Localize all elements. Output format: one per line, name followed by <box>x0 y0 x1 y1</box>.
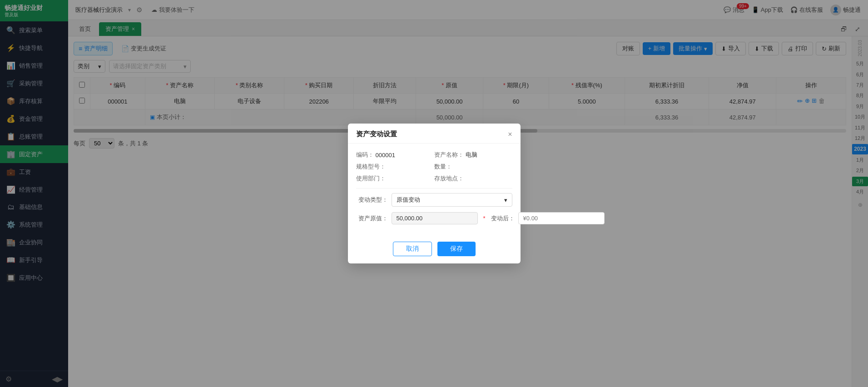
modal-original-value-label: 资产原值： <box>356 214 388 223</box>
modal-quantity-label: 数量： <box>434 163 452 171</box>
modal-spec-label: 规格型号： <box>356 163 386 171</box>
modal-change-type-select[interactable]: 原值变动 ▾ <box>392 193 512 207</box>
modal-info-grid: 编码： 000001 资产名称： 电脑 规格型号： 数量： 使用部门： <box>356 151 512 183</box>
chevron-down-icon: ▾ <box>504 197 507 203</box>
modal-overlay: 资产变动设置 × 编码： 000001 资产名称： 电脑 规格型号： 数量： <box>0 0 868 387</box>
modal-asset-name-label: 资产名称： <box>434 151 464 159</box>
modal-code-value: 000001 <box>376 152 395 159</box>
asset-change-modal: 资产变动设置 × 编码： 000001 资产名称： 电脑 规格型号： 数量： <box>348 124 521 263</box>
modal-save-btn[interactable]: 保存 <box>437 242 476 256</box>
modal-original-value-input[interactable] <box>392 212 478 224</box>
modal-footer: 取消 保存 <box>348 237 521 263</box>
modal-location-item: 存放地点： <box>434 174 512 183</box>
modal-code-label: 编码： <box>356 151 374 159</box>
modal-change-type-label: 变动类型： <box>356 196 388 204</box>
required-mark: * <box>483 215 486 222</box>
modal-close-icon[interactable]: × <box>508 130 512 139</box>
modal-cancel-btn[interactable]: 取消 <box>393 242 432 256</box>
modal-title: 资产变动设置 <box>356 130 397 139</box>
modal-divider <box>356 188 512 189</box>
modal-dept-item: 使用部门： <box>356 174 434 183</box>
modal-body: 编码： 000001 资产名称： 电脑 规格型号： 数量： 使用部门： <box>348 144 521 237</box>
modal-change-type-value: 原值变动 <box>397 196 420 204</box>
modal-original-value-row: 资产原值： * 变动后： <box>356 212 512 224</box>
modal-code-item: 编码： 000001 <box>356 151 434 159</box>
save-label: 保存 <box>450 245 463 252</box>
modal-header: 资产变动设置 × <box>348 124 521 144</box>
modal-spec-item: 规格型号： <box>356 163 434 171</box>
modal-quantity-item: 数量： <box>434 163 512 171</box>
modal-location-label: 存放地点： <box>434 174 464 183</box>
cancel-label: 取消 <box>406 245 419 252</box>
modal-after-change-label: 变动后： <box>491 214 515 223</box>
modal-dept-label: 使用部门： <box>356 174 386 183</box>
modal-change-type-row: 变动类型： 原值变动 ▾ <box>356 193 512 207</box>
modal-asset-name-value: 电脑 <box>466 151 477 159</box>
modal-after-change-input[interactable] <box>518 212 605 224</box>
modal-asset-name-item: 资产名称： 电脑 <box>434 151 512 159</box>
